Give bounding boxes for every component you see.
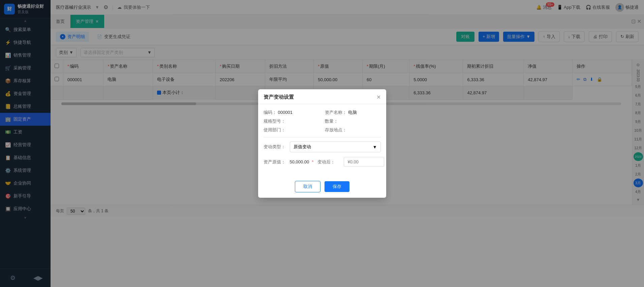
dialog-changetype-select[interactable]: 原值变动 ▼ [290,141,381,152]
dialog-changetype-field: 变动类型： 原值变动 ▼ [264,141,381,152]
dialog-original-label: 资产原值： [264,159,287,165]
dialog-changetype-value: 原值变动 [294,144,311,150]
dialog-original-value: 50,000.00 [290,157,309,166]
changetype-dropdown-icon: ▼ [373,145,377,150]
dialog-location-item: 存放地点： [325,127,381,133]
dialog-quantity-label: 数量： [325,118,338,124]
dialog-close-button[interactable]: ✕ [376,94,381,100]
asset-change-dialog: 资产变动设置 ✕ 编码： 000001 资产名称： 电脑 规格型号： 数 [258,89,386,198]
required-mark: * [312,159,313,164]
save-button[interactable]: 保存 [325,181,349,192]
dialog-assetname-item: 资产名称： 电脑 [325,109,381,116]
dialog-divider [264,137,381,137]
dialog-code-item: 编码： 000001 [264,109,319,116]
dialog-info-grid: 编码： 000001 资产名称： 电脑 规格型号： 数量： 使用部门： [264,109,381,133]
cancel-button[interactable]: 取消 [295,181,320,192]
dialog-quantity-item: 数量： [325,118,381,124]
dialog-code-value: 000001 [278,110,293,115]
dialog-changetype-label: 变动类型： [264,144,287,150]
dialog-after-label: 变动后： [317,159,341,165]
cancel-label: 取消 [303,184,312,189]
dialog-title: 资产变动设置 [264,94,294,100]
modal-overlay: 资产变动设置 ✕ 编码： 000001 资产名称： 电脑 规格型号： 数 [0,0,644,287]
dialog-location-label: 存放地点： [325,127,347,133]
dialog-assetname-label: 资产名称： [325,109,347,116]
dialog-body: 编码： 000001 资产名称： 电脑 规格型号： 数量： 使用部门： [258,104,386,177]
dialog-header: 资产变动设置 ✕ [258,89,386,104]
dialog-footer: 取消 保存 [258,177,386,198]
dialog-value-field: 资产原值： 50,000.00 * 变动后： [264,157,381,167]
dialog-spec-item: 规格型号： [264,118,319,124]
dialog-dept-item: 使用部门： [264,127,319,133]
dialog-assetname-value: 电脑 [348,109,357,116]
dialog-after-input[interactable] [344,157,384,167]
dialog-dept-label: 使用部门： [264,127,285,133]
dialog-spec-label: 规格型号： [264,118,285,124]
dialog-code-label: 编码： [264,109,277,116]
save-label: 保存 [333,184,341,189]
